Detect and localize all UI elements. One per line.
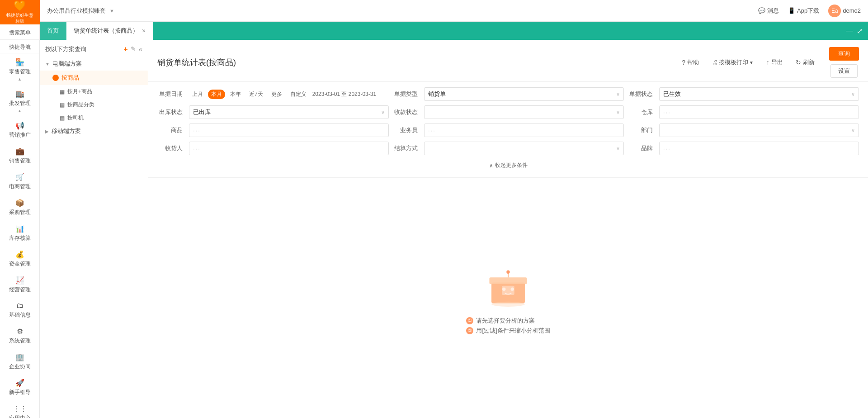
settings-button[interactable]: 设置 [830,64,858,78]
date-tab-custom[interactable]: 自定义 [287,90,310,99]
print-label: 按模板打印 [719,58,748,66]
tab-home[interactable]: 首页 [40,22,66,40]
scheme-item-by-category[interactable]: ▤ 按商品分类 [40,98,148,111]
sidebar-item-enterprise[interactable]: 🏢 企业协同 [0,348,39,374]
empty-text-line1: 请先选择要分析的方案 [476,317,535,325]
recipient-input[interactable]: ··· [189,142,389,155]
header-actions: 💬 消息 📱 App下载 Ea demo2 [758,5,861,17]
scheme-item-by-month-product[interactable]: ▦ 按月+商品 [40,85,148,98]
ecommerce-icon: 🛒 [15,173,24,181]
tab-close-icon[interactable]: × [142,27,146,34]
by-category-label: 按商品分类 [67,101,94,109]
product-input[interactable]: ··· [189,124,389,137]
query-button[interactable]: 查询 [829,47,859,61]
scheme-item-by-product[interactable]: 按商品 [40,71,148,85]
app-logo[interactable]: 🧡 畅捷信好生意 标版 [0,0,40,24]
settlement-dropdown[interactable]: ∨ [424,142,624,155]
help-button[interactable]: ? 帮助 [678,57,703,68]
product-filter-cell: 商品 ··· [157,124,389,137]
svg-point-3 [502,287,505,290]
date-tab-7days[interactable]: 近7天 [246,90,266,99]
sidebar-item-basic-label: 基础信息 [9,311,31,319]
edit-scheme-icon[interactable]: ✎ [131,45,136,53]
export-button[interactable]: ↑ 导出 [763,57,787,68]
sidebar-item-ecommerce-label: 电商管理 [9,183,31,190]
date-range: 2023-03-01 至 2023-03-31 [312,90,376,98]
salesperson-input[interactable]: ··· [424,124,624,137]
date-tab-more[interactable]: 更多 [268,90,285,99]
sidebar-item-finance-label: 资金管理 [9,260,31,268]
page-actions: ? 帮助 🖨 按模板打印 ▼ ↑ 导出 ↻ 刷新 [678,47,859,78]
brand-input[interactable]: ··· [659,142,859,155]
sidebar-item-retail[interactable]: 🏪 零售管理 ▲ [0,53,39,85]
sidebar-item-inventory[interactable]: 📊 库存核算 [0,220,39,246]
operations-icon: 📈 [15,276,24,285]
svg-point-4 [511,287,514,290]
app-download-action[interactable]: 📱 App下载 [788,7,819,15]
enterprise-icon: 🏢 [15,353,24,361]
logo-icon: 🧡 [14,0,26,12]
by-category-icon: ▤ [60,102,65,108]
main-area: 办公用品行业模拟账套 ▼ 💬 消息 📱 App下载 Ea demo2 首页 销货… [40,0,868,418]
left-panel-actions: + ✎ « [123,45,142,53]
sidebar-item-sales[interactable]: 💼 销售管理 [0,142,39,168]
doc-type-dropdown[interactable]: 销货单 ∨ [424,87,624,101]
num1-icon: ① [466,317,473,324]
message-action[interactable]: 💬 消息 [758,7,779,15]
quick-nav[interactable]: 快捷导航 [0,40,39,53]
doc-type-value: 销货单 [428,90,616,98]
sidebar-item-wholesale[interactable]: 🏬 批发管理 ▲ [0,85,39,117]
sidebar-item-ecommerce[interactable]: 🛒 电商管理 [0,168,39,194]
user-action[interactable]: Ea demo2 [828,5,861,17]
scheme-item-by-cashier[interactable]: ▤ 按司机 [40,111,148,124]
sidebar-item-marketing[interactable]: 📢 营销推广 [0,117,39,142]
brand-filter-cell: 品牌 ··· [627,142,859,155]
date-tab-this-year[interactable]: 本年 [227,90,244,99]
tab-active-label: 销货单统计表（按商品） [74,27,138,35]
tab-minimize-icon[interactable]: — [846,27,853,35]
retail-icon: 🏪 [15,58,24,66]
print-button[interactable]: 🖨 按模板打印 ▼ [708,57,757,68]
warehouse-dots: ··· [663,109,671,116]
out-status-dropdown[interactable]: 已出库 ∨ [189,105,389,119]
warehouse-input[interactable]: ··· [659,105,859,119]
search-menu[interactable]: 搜索菜单 [0,24,39,40]
sales-icon: 💼 [15,147,24,156]
empty-illustration [481,260,535,309]
sidebar-item-apps-label: 应用中心 [9,414,31,418]
marketing-icon: 📢 [15,121,24,130]
collapse-icon: ∧ [489,162,493,169]
tab-maximize-icon[interactable]: ⤢ [857,27,863,35]
refresh-button[interactable]: ↻ 刷新 [792,57,818,68]
sidebar-item-finance[interactable]: 💰 资金管理 [0,246,39,271]
sidebar-item-operations-label: 经营管理 [9,286,31,294]
department-dropdown[interactable]: ∨ [659,124,859,137]
svg-point-6 [506,270,509,273]
tab-active[interactable]: 销货单统计表（按商品） × [66,22,153,40]
sidebar-item-apps[interactable]: ⋮⋮ 应用中心 [0,400,39,418]
tab-bar-actions: — ⤢ [840,22,868,40]
doc-type-label: 单据类型 [392,90,418,98]
desktop-scheme-group: ▼ 电脑端方案 按商品 ▦ 按月+商品 ▤ 按商品分类 ▤ 按司机 [40,57,148,124]
sidebar-item-system[interactable]: ⚙ 系统管理 [0,323,39,348]
sidebar-item-guide[interactable]: 🚀 新手引导 [0,374,39,400]
sidebar-item-operations[interactable]: 📈 经营管理 [0,271,39,297]
mobile-group-header[interactable]: ▶ 移动端方案 [40,124,148,138]
collection-dropdown[interactable]: ∨ [424,105,624,119]
guide-icon: 🚀 [15,379,24,387]
collapse-panel-icon[interactable]: « [139,45,142,53]
by-product-active-icon [52,75,59,81]
add-scheme-icon[interactable]: + [123,45,127,53]
sidebar-item-purchase[interactable]: 📦 采购管理 [0,194,39,220]
desktop-group-header[interactable]: ▼ 电脑端方案 [40,57,148,71]
workspace-selector[interactable]: 办公用品行业模拟账套 ▼ [47,7,114,15]
sidebar-item-sales-label: 销售管理 [9,157,31,165]
date-tab-this-month[interactable]: 本月 [208,90,225,99]
mobile-group-label: 移动端方案 [52,127,142,135]
sidebar-item-basic[interactable]: 🗂 基础信息 [0,297,39,323]
date-tab-last-month[interactable]: 上月 [189,90,206,99]
print-icon: 🖨 [712,59,718,66]
refresh-label: 刷新 [803,58,815,66]
doc-status-dropdown[interactable]: 已生效 ∨ [659,87,859,101]
collapse-filters-button[interactable]: ∧ 收起更多条件 [157,159,859,172]
